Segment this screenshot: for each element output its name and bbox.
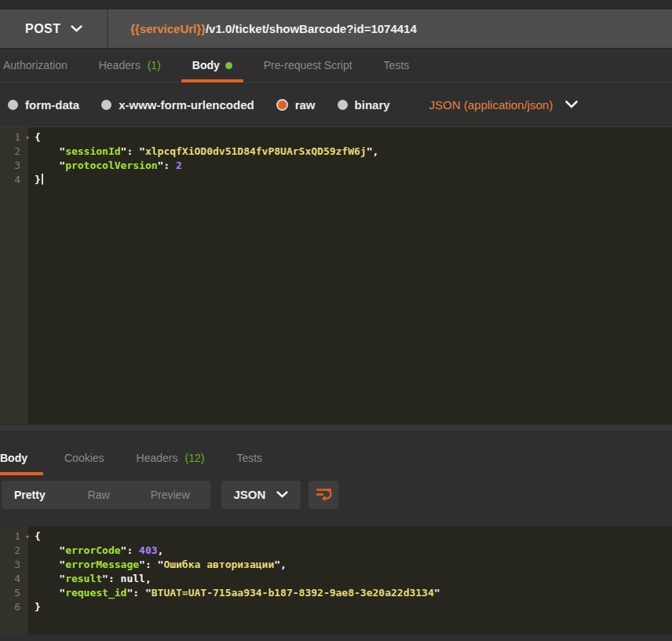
tab-pre-request-script[interactable]: Pre-request Script	[253, 49, 363, 82]
code-line: "request_id": "BTUAT=UAT-715aa934-b187-8…	[35, 586, 440, 600]
tab-headers[interactable]: Headers(1)	[88, 49, 172, 82]
response-tab-body[interactable]: Body	[0, 441, 43, 474]
pane-splitter[interactable]	[0, 424, 672, 432]
line-number: 3	[0, 159, 20, 173]
code-token-key: request_id	[65, 587, 126, 599]
code-line: {	[35, 130, 41, 145]
code-token-str: BTUAT=UAT-715aa934-b187-8392-9ae8-3e20a2…	[152, 587, 434, 599]
method-label: POST	[25, 22, 61, 36]
window-top-strip	[0, 0, 672, 9]
view-pretty-button[interactable]: Pretty	[2, 481, 68, 509]
line-number: 2	[0, 544, 20, 558]
tab-body[interactable]: Body	[181, 49, 243, 82]
view-raw-button[interactable]: Raw	[68, 481, 130, 509]
url-value: {{serviceUrl}}/v1.0/ticket/showBarcode?i…	[130, 22, 417, 35]
tab-authorization[interactable]: Authorization	[2, 49, 79, 82]
code-token-key: errorCode	[65, 544, 120, 556]
wrap-text-icon	[316, 488, 332, 501]
response-format-label: JSON	[234, 488, 266, 501]
tab-label: Cookies	[64, 452, 104, 464]
line-number: 2	[0, 145, 20, 159]
tab-label: Headers	[137, 452, 178, 464]
code-token-punct: "	[35, 145, 65, 157]
line-number: 6	[0, 600, 20, 614]
code-token-num: 403	[139, 544, 157, 556]
editor-line: 4}	[0, 173, 672, 187]
fold-gutter	[20, 173, 35, 187]
url-input[interactable]: {{serviceUrl}}/v1.0/ticket/showBarcode?i…	[108, 9, 672, 48]
code-token-punct: ":	[158, 159, 176, 171]
response-tabs: Body Cookies Headers(12) Tests	[0, 432, 672, 474]
tab-tests[interactable]: Tests	[373, 49, 421, 82]
response-body-editor[interactable]: 1▾{2 "errorCode": 403,3 "errorMessage": …	[0, 526, 672, 635]
response-tab-headers[interactable]: Headers(12)	[126, 441, 216, 474]
radio-label: x-www-form-urlencoded	[119, 98, 254, 112]
editor-line: 3 "errorMessage": "Ошибка авторизации",	[0, 558, 672, 572]
fold-gutter	[20, 544, 35, 558]
line-number: 1	[0, 130, 20, 145]
code-token-punct: "	[35, 544, 65, 556]
body-present-dot-icon	[225, 62, 232, 69]
editor-line: 6}	[0, 600, 672, 614]
code-token-punct: ",	[274, 559, 287, 570]
response-tab-cookies[interactable]: Cookies	[53, 441, 115, 474]
radio-icon	[8, 100, 18, 110]
code-token-str: xlpcqfXiOD0dv51D84fvP8UArSxQD59zfW6j	[145, 145, 367, 157]
tab-label: Pre-request Script	[264, 59, 352, 71]
tab-label: Headers	[99, 59, 141, 71]
code-token-punct: "	[35, 573, 65, 584]
fold-gutter	[20, 145, 35, 159]
editor-line: 3 "protocolVersion": 2	[0, 159, 672, 173]
request-url-bar: POST {{serviceUrl}}/v1.0/ticket/showBarc…	[0, 9, 672, 49]
tab-label: Tests	[384, 59, 410, 71]
radio-binary[interactable]: binary	[338, 98, 390, 112]
tab-label: Body	[0, 452, 27, 464]
content-type-dropdown[interactable]: JSON (application/json)	[429, 98, 579, 112]
response-headers-count-badge: (12)	[185, 452, 205, 464]
line-number: 4	[0, 173, 20, 187]
code-token-punct: {	[35, 131, 41, 143]
radio-label: raw	[295, 98, 316, 112]
code-line: "protocolVersion": 2	[35, 159, 182, 173]
radio-label: form-data	[25, 98, 79, 112]
fold-toggle-icon[interactable]: ▾	[20, 529, 35, 544]
code-line: }	[35, 600, 41, 614]
url-path: /v1.0/ticket/showBarcode?id=1074414	[206, 22, 417, 35]
radio-label: binary	[355, 98, 390, 112]
code-token-punct: ":	[102, 573, 120, 584]
code-token-punct: ": "	[126, 587, 151, 599]
response-tab-tests[interactable]: Tests	[225, 441, 273, 474]
code-line: "result": null,	[35, 572, 152, 586]
editor-line: 1▾{	[0, 130, 672, 145]
radio-form-data[interactable]: form-data	[8, 98, 79, 112]
code-token-key: protocolVersion	[65, 159, 157, 171]
view-preview-button[interactable]: Preview	[130, 481, 210, 509]
body-type-selector: form-data x-www-form-urlencoded raw bina…	[0, 82, 672, 127]
radio-icon	[338, 100, 348, 110]
fold-toggle-icon[interactable]: ▾	[20, 130, 35, 145]
code-token-num: 2	[176, 159, 182, 171]
code-token-str: Ошибка авторизации	[163, 559, 274, 570]
editor-line: 5 "request_id": "BTUAT=UAT-715aa934-b187…	[0, 586, 672, 600]
line-number: 4	[0, 572, 20, 586]
code-token-punct: ":	[121, 544, 139, 556]
code-token-punct: }	[35, 174, 41, 185]
code-token-punct: "	[35, 559, 65, 570]
code-token-punct: ",	[367, 145, 379, 157]
radio-raw[interactable]: raw	[276, 98, 316, 112]
code-token-punct: ": "	[121, 145, 145, 157]
request-body-editor[interactable]: 1▾{2 "sessionId": "xlpcqfXiOD0dv51D84fvP…	[0, 127, 672, 424]
response-format-dropdown[interactable]: JSON	[221, 481, 301, 509]
code-token-punct: }	[35, 601, 41, 613]
headers-count-badge: (1)	[148, 59, 161, 71]
editor-line: 2 "sessionId": "xlpcqfXiOD0dv51D84fvP8UA…	[0, 145, 672, 159]
code-line: }	[35, 173, 43, 187]
radio-x-www-form-urlencoded[interactable]: x-www-form-urlencoded	[101, 98, 254, 112]
code-token-kw: null	[121, 573, 145, 584]
wrap-text-button[interactable]	[309, 481, 338, 509]
code-token-key: result	[65, 573, 102, 584]
line-number: 1	[0, 529, 20, 544]
method-dropdown[interactable]: POST	[0, 9, 108, 48]
text-cursor	[42, 174, 43, 185]
radio-icon	[101, 100, 111, 110]
